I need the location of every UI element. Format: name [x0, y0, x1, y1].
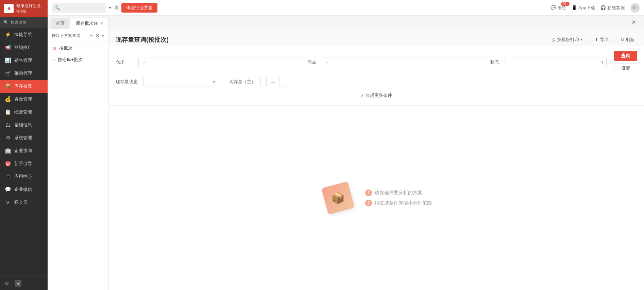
plan-collapse-icon[interactable]: « — [102, 33, 104, 39]
sidebar-item-sales[interactable]: 📊 销售管理 — [0, 54, 48, 67]
sidebar-item-label: 营销推广 — [14, 44, 32, 51]
warehouse-input[interactable]: ··· — [138, 57, 303, 67]
filter-row-2: 现存量状态 ▾ 现存量（主） — — [116, 77, 637, 87]
sidebar-item-label: 企业微信 — [14, 186, 32, 193]
sidebar-item-vip[interactable]: V 畅会员 — [0, 196, 48, 209]
collapse-label: 收起更多条件 — [366, 92, 392, 98]
vip-icon: V — [5, 199, 11, 205]
query-button[interactable]: 查询 — [614, 51, 637, 61]
tip-num-1: 1 — [365, 189, 372, 196]
empty-tips: 1 请先选择要分析的方案 2 用过滤条件来缩小分析范围 — [365, 189, 432, 206]
sidebar-item-label: 销售管理 — [14, 57, 32, 64]
tip-text-2: 用过滤条件来缩小分析范围 — [375, 200, 432, 206]
topbar-dropdown-icon[interactable]: ▾ — [109, 5, 111, 10]
tip-num-2: 2 — [365, 200, 372, 206]
sidebar-item-enterprise[interactable]: 🏢 企业协同 — [0, 144, 48, 157]
topbar-right: 💬 消息 99+ 📱 App下载 🎧 在线客服 Rit — [550, 3, 640, 13]
filter-area: 仓库 ··· 商品 ··· 状态 ▾ 查询 设置 — [109, 46, 644, 106]
left-panel: 按以下方案查询 ＋ ⊙ « ⊙ 按批次 ○ 按仓库+批次 — [48, 29, 109, 290]
export-button[interactable]: ⬆ 导出 — [592, 35, 611, 44]
export-icon: ⬆ — [595, 37, 598, 42]
inventory-icon: 📦 — [5, 83, 11, 89]
print-template-button[interactable]: 🖨 按模板打印 ▾ — [548, 35, 585, 44]
tip-text-1: 请先选择要分析的方案 — [375, 190, 422, 196]
tab-batch-account-label: 库存批次账 — [76, 20, 98, 26]
export-label: 导出 — [600, 37, 609, 43]
topbar-gear-icon[interactable]: ⚙ — [114, 4, 119, 11]
trial-button[interactable]: 体验行业方案 — [121, 3, 157, 13]
sidebar-nav: ⚡ 快捷导航 📢 营销推广 📊 销售管理 🛒 采购管理 📦 库存核算 💰 资金管… — [0, 28, 48, 276]
status-select[interactable]: ▾ — [505, 57, 607, 67]
warehouse-label: 仓库 — [116, 59, 134, 65]
sidebar-item-label: 系统管理 — [14, 135, 32, 141]
page-header: 现存量查询(按批次) 🖨 按模板打印 ▾ | ⬆ 导出 | ↻ — [109, 29, 644, 46]
refresh-button[interactable]: ↻ 刷新 — [618, 35, 637, 44]
print-icon: 🖨 — [551, 37, 556, 42]
print-label: 按模板打印 — [557, 37, 579, 43]
sidebar-search[interactable]: 🔍 搜索菜单 — [0, 17, 48, 28]
add-plan-icon[interactable]: ＋ — [89, 33, 94, 39]
inventory-status-label: 现存量状态 — [116, 79, 139, 85]
tabs-bar: 首页 库存批次账 ✕ — [48, 16, 644, 29]
plan-inactive-icon: ○ — [52, 57, 55, 62]
divider-1: | — [588, 37, 589, 42]
user-avatar-button[interactable]: Rit — [630, 3, 640, 13]
messages-icon: 💬 — [550, 5, 556, 10]
page-header-actions: 🖨 按模板打印 ▾ | ⬆ 导出 | ↻ 刷新 — [548, 35, 637, 44]
topbar-search-box[interactable]: 🔍 — [52, 3, 106, 13]
empty-state: 📦 1 请先选择要分析的方案 2 用过滤条件来缩小分析范围 — [109, 106, 644, 290]
plan-item-by-batch[interactable]: ⊙ 按批次 — [48, 42, 108, 54]
messages-button[interactable]: 💬 消息 99+ — [550, 5, 566, 11]
inv-status-dropdown-icon: ▾ — [213, 79, 215, 85]
empty-tip-1: 1 请先选择要分析的方案 — [365, 189, 432, 196]
sidebar-item-label: 应用中心 — [14, 174, 32, 180]
status-dropdown-icon: ▾ — [601, 60, 604, 65]
sidebar-item-label: 经营管理 — [14, 109, 32, 115]
empty-illustration: 📦 — [321, 181, 355, 215]
sidebar-item-quick-nav[interactable]: ⚡ 快捷导航 — [0, 28, 48, 41]
inventory-qty-label: 现存量（主） — [229, 79, 256, 85]
sidebar-item-apps[interactable]: 📱 应用中心 — [0, 170, 48, 183]
sidebar-item-marketing[interactable]: 📢 营销推广 — [0, 41, 48, 54]
print-dropdown-icon[interactable]: ▾ — [580, 37, 582, 42]
sidebar-item-basics[interactable]: 🗂 基础信息 — [0, 119, 48, 131]
sidebar-item-newbie[interactable]: 🎯 新手引导 — [0, 157, 48, 170]
inventory-status-select[interactable]: ▾ — [143, 77, 218, 87]
settings-button[interactable]: 设置 — [614, 63, 637, 73]
sidebar-item-label: 快捷导航 — [14, 32, 32, 38]
sidebar-item-finance[interactable]: 💰 资金管理 — [0, 93, 48, 106]
sidebar-settings-icon[interactable]: ⚙ — [5, 280, 9, 286]
app-download-button[interactable]: 📱 App下载 — [572, 5, 595, 11]
sidebar-item-system[interactable]: ⚙ 系统管理 — [0, 131, 48, 144]
close-panel-button[interactable]: ✕ — [627, 16, 640, 29]
collapse-button[interactable]: ∧ 收起更多条件 — [116, 90, 637, 101]
sidebar-item-purchase[interactable]: 🛒 采购管理 — [0, 67, 48, 80]
operations-icon: 📋 — [5, 109, 11, 115]
qty-min-input[interactable] — [260, 77, 267, 87]
tab-home[interactable]: 首页 — [51, 18, 69, 29]
plan-settings-icon[interactable]: ⊙ — [96, 33, 100, 39]
search-icon: 🔍 — [54, 5, 60, 10]
service-label: 在线客服 — [607, 5, 625, 11]
sidebar-item-label: 新手引导 — [14, 161, 32, 167]
wechat-icon: 💬 — [5, 186, 11, 193]
online-service-button[interactable]: 🎧 在线客服 — [600, 5, 625, 11]
system-icon: ⚙ — [5, 135, 11, 141]
tab-batch-account[interactable]: 库存批次账 ✕ — [71, 18, 108, 29]
sidebar-item-label: 库存核算 — [14, 83, 32, 89]
sidebar-item-wechat[interactable]: 💬 企业微信 — [0, 183, 48, 196]
plan-label: 按批次 — [59, 45, 72, 51]
basics-icon: 🗂 — [5, 122, 11, 128]
sidebar-item-label: 采购管理 — [14, 70, 32, 76]
topbar: 🔍 ▾ ⚙ 体验行业方案 💬 消息 99+ 📱 App下载 🎧 在线客服 Rit — [48, 0, 644, 16]
sidebar-collapse-btn[interactable]: ◀ — [15, 280, 21, 287]
product-input[interactable]: ··· — [322, 57, 487, 67]
sidebar-item-operations[interactable]: 📋 经营管理 — [0, 106, 48, 119]
apps-icon: 📱 — [5, 174, 11, 180]
plan-item-by-warehouse-batch[interactable]: ○ 按仓库+批次 — [48, 54, 108, 66]
service-icon: 🎧 — [600, 5, 606, 10]
user-avatar: Rit — [630, 3, 640, 13]
tab-close-icon[interactable]: ✕ — [100, 21, 103, 26]
qty-max-input[interactable] — [279, 77, 285, 87]
sidebar-item-inventory[interactable]: 📦 库存核算 — [0, 80, 48, 93]
